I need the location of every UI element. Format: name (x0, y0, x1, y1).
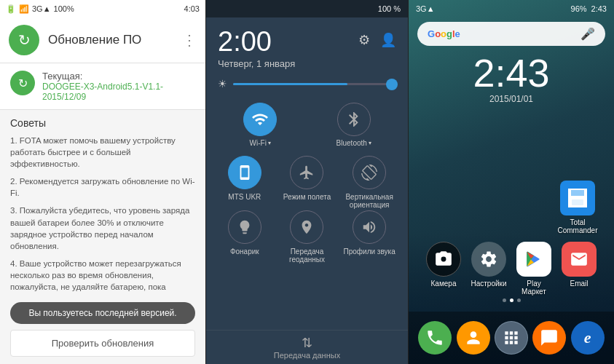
mic-icon[interactable]: 🎤 (580, 27, 595, 41)
bluetooth-toggle-icon (337, 103, 371, 136)
quick-rotation[interactable]: Вертикальная ориентация (340, 156, 398, 209)
camera-app[interactable]: Камера (423, 242, 464, 296)
wifi-toggle[interactable]: Wi-Fi ▾ (213, 103, 307, 147)
current-label: Текущая: (42, 71, 195, 82)
page-indicator (423, 298, 599, 302)
wifi-icon: 📶 (19, 4, 29, 14)
email-label: Email (570, 280, 588, 288)
network-icon: 🔋 (6, 4, 16, 14)
total-commander-label: Total Commander (556, 218, 599, 234)
wifi-bluetooth-row: Wi-Fi ▾ Bluetooth ▾ (206, 97, 408, 153)
p3-time: 2:43 (591, 4, 607, 13)
time-panel1: 4:03 (184, 4, 200, 13)
panel-home-screen: 3G▲ 96% 2:43 Google 🎤 2:43 2015/01/01 To… (409, 0, 614, 364)
p2-battery: 100 % (378, 4, 401, 13)
data-transfer-section: ⇅ Передача данных (206, 330, 408, 364)
dock-contacts[interactable] (457, 321, 490, 355)
play-market-app[interactable]: Play Маркет (513, 242, 554, 296)
bluetooth-toggle[interactable]: Bluetooth ▾ (307, 103, 401, 147)
panel-quick-settings: 100 % 2:00 Четверг, 1 января ⚙ 👤 ☀ Wi-Fi (205, 0, 409, 364)
current-info: Текущая: DOOGEE-X3-Android5.1-V1.1-2015/… (42, 71, 195, 102)
statusbar-left-panel1: 🔋 📶 3G▲ 100% (6, 4, 74, 14)
statusbar-panel1: 🔋 📶 3G▲ 100% 4:03 (0, 0, 205, 17)
apps-row-2: Камера Настройки (423, 242, 599, 296)
apps-row-1: Total Commander (423, 181, 599, 234)
panel-software-update: 🔋 📶 3G▲ 100% 4:03 ↻ Обновление ПО ⋮ ↻ Те… (0, 0, 205, 364)
phone-icon (418, 321, 452, 355)
dot-2 (510, 298, 513, 302)
google-search-bar[interactable]: Google 🎤 (417, 22, 605, 46)
wifi-label-row: Wi-Fi ▾ (250, 139, 271, 147)
panel2-time: 2:00 (218, 28, 295, 55)
quick-airplane[interactable]: Режим полета (278, 156, 336, 209)
update-header: ↻ Обновление ПО ⋮ (0, 17, 205, 63)
menu-dots-button[interactable]: ⋮ (182, 31, 197, 49)
quick-settings-top-icons[interactable]: ⚙ 👤 (358, 28, 396, 48)
brightness-control[interactable]: ☀ (206, 75, 408, 97)
quick-sound[interactable]: Профили звука (340, 210, 398, 264)
sound-icon (353, 210, 386, 244)
clock-time: 2:43 (409, 53, 614, 92)
settings-icon[interactable]: ⚙ (358, 32, 370, 48)
statusbar-panel3: 3G▲ 96% 2:43 (409, 0, 614, 17)
data-transfer-icon: ⇅ (218, 335, 396, 351)
dot-1 (503, 298, 506, 302)
update-title: Обновление ПО (48, 33, 173, 47)
sound-label: Профили звука (344, 248, 395, 256)
g-letter-g2: g (446, 28, 452, 39)
tip-4: 4. Ваше устройство может перезагружаться… (10, 258, 195, 295)
settings-app[interactable]: Настройки (468, 242, 509, 296)
rotation-icon (353, 156, 386, 189)
settings-icon-circle (471, 242, 506, 277)
play-market-label: Play Маркет (513, 280, 554, 296)
quick-mts-ukr[interactable]: MTS UKR (216, 156, 274, 209)
bluetooth-chevron: ▾ (369, 140, 371, 146)
total-commander-app[interactable]: Total Commander (556, 181, 599, 234)
brightness-icon: ☀ (218, 78, 227, 90)
statusbar-right-panel1: 4:03 (184, 4, 200, 13)
g-letter-g: G (428, 28, 435, 39)
home-clock: 2:43 2015/01/01 (409, 53, 614, 104)
dock-browser[interactable]: e (571, 321, 605, 355)
airplane-icon (290, 156, 323, 189)
bluetooth-label-row: Bluetooth ▾ (336, 139, 371, 147)
dot-3 (517, 298, 521, 302)
network-type: 3G▲ (32, 4, 51, 13)
p3-network: 3G▲ (416, 4, 435, 13)
tc-floppy-disk (567, 187, 589, 209)
dock-messages[interactable] (532, 321, 566, 355)
quick-gps[interactable]: Передача геоданных (278, 210, 336, 264)
brightness-thumb[interactable] (386, 79, 398, 90)
menu-icon (495, 321, 528, 355)
google-logo: Google (428, 28, 460, 39)
current-icon: ↻ (10, 71, 35, 95)
brightness-track[interactable] (233, 83, 396, 85)
check-updates-button[interactable]: Проверить обновления (10, 330, 195, 357)
quick-flashlight[interactable]: Фонарик (216, 210, 274, 264)
g-letter-e: e (455, 28, 460, 39)
mts-ukr-label: MTS UKR (228, 193, 261, 201)
time-date-block: 2:00 Четверг, 1 января (218, 28, 295, 69)
tip-2: 2. Рекомендуется загружать обновление по… (10, 175, 195, 199)
update-icon-glyph: ↻ (18, 31, 31, 49)
total-commander-icon (560, 181, 595, 215)
home-dock: e (409, 312, 614, 364)
wifi-chevron: ▾ (268, 140, 271, 146)
dock-phone[interactable] (418, 321, 452, 355)
statusbar-panel2: 100 % (206, 0, 408, 17)
browser-icon: e (571, 321, 605, 355)
tips-section: Советы 1. FOTA может помочь вашему устро… (0, 110, 205, 295)
mts-ukr-icon (228, 156, 261, 189)
brightness-fill (233, 83, 347, 85)
messages-icon (532, 321, 566, 355)
airplane-label: Режим полета (283, 193, 331, 201)
user-icon[interactable]: 👤 (380, 32, 396, 48)
rotation-label: Вертикальная ориентация (340, 193, 398, 209)
quick-row-2: Фонарик Передача геоданных Профили звука (213, 210, 401, 264)
email-app[interactable]: Email (559, 242, 599, 296)
tip-3: 3. Пожалуйста убедитесь, что уровень зар… (10, 205, 195, 251)
wifi-toggle-icon (243, 103, 277, 136)
dock-menu[interactable] (495, 321, 528, 355)
email-icon (562, 242, 597, 277)
camera-label: Камера (431, 280, 457, 288)
